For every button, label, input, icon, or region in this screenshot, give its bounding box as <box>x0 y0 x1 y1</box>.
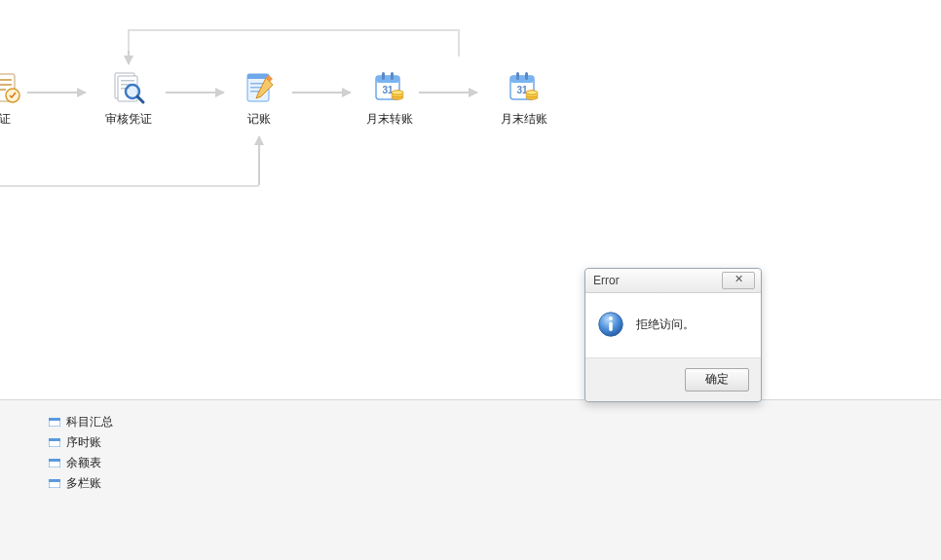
svg-rect-2 <box>0 84 12 86</box>
flow-arrow-into-audit <box>128 51 130 64</box>
dialog-title-text: Error <box>593 274 620 287</box>
svg-point-25 <box>392 91 403 94</box>
svg-rect-7 <box>121 80 134 82</box>
workflow-node-booking[interactable]: 记账 <box>220 68 298 128</box>
close-icon: ✕ <box>734 273 743 284</box>
workflow-node-label: 审核凭证 <box>90 111 168 128</box>
svg-rect-28 <box>516 72 519 80</box>
svg-line-12 <box>137 96 143 102</box>
link-label: 多栏账 <box>66 475 101 492</box>
svg-rect-20 <box>382 72 385 80</box>
calendar-coins-icon: 31 <box>505 68 544 107</box>
svg-rect-1 <box>0 79 12 81</box>
svg-point-33 <box>526 91 538 94</box>
svg-rect-29 <box>525 72 528 80</box>
notepad-icon <box>240 68 279 107</box>
svg-rect-44 <box>609 321 613 331</box>
svg-rect-19 <box>376 76 399 83</box>
dialog-close-button[interactable]: ✕ <box>722 272 755 289</box>
error-dialog: Error ✕ 拒绝访问。 确定 <box>584 268 762 402</box>
doc-icon <box>49 479 60 488</box>
workflow-node-label: 月末转账 <box>351 111 429 128</box>
document-icon <box>0 68 24 107</box>
flow-connector-bottom <box>0 185 259 187</box>
audit-icon <box>109 68 148 107</box>
dialog-message: 拒绝访问。 <box>636 317 695 333</box>
doc-icon <box>49 459 60 467</box>
flow-arrow-into-booking <box>258 136 260 185</box>
report-links: 科目汇总 序时账 余额表 多栏账 <box>49 414 113 496</box>
link-label: 余额表 <box>66 455 101 471</box>
workflow-node-label: 记账 <box>220 111 298 128</box>
flow-connector-top <box>128 29 458 31</box>
svg-rect-21 <box>391 72 394 80</box>
svg-rect-39 <box>49 459 60 462</box>
doc-icon <box>49 438 60 447</box>
link-balance[interactable]: 余额表 <box>49 455 113 471</box>
svg-rect-27 <box>510 76 534 83</box>
workflow-node-transfer[interactable]: 31 月末转账 <box>351 68 429 128</box>
svg-rect-37 <box>49 438 60 441</box>
svg-rect-3 <box>0 89 6 91</box>
dialog-ok-button[interactable]: 确定 <box>685 368 749 392</box>
flow-arrow-3 <box>292 92 351 93</box>
svg-point-43 <box>609 317 613 320</box>
link-subject-summary[interactable]: 科目汇总 <box>49 414 113 430</box>
workflow-node-label: 月末结账 <box>485 111 563 128</box>
workflow-node-voucher[interactable]: 证 <box>0 68 44 128</box>
section-separator <box>0 399 941 400</box>
dialog-titlebar[interactable]: Error ✕ <box>585 269 761 293</box>
doc-icon <box>49 418 60 427</box>
ok-label: 确定 <box>705 372 729 386</box>
link-label: 序时账 <box>66 434 101 451</box>
svg-rect-35 <box>49 418 60 421</box>
svg-rect-41 <box>49 479 60 482</box>
link-label: 科目汇总 <box>66 414 113 430</box>
calendar-coins-icon: 31 <box>370 68 409 107</box>
link-journal[interactable]: 序时账 <box>49 434 113 451</box>
workflow-node-audit[interactable]: 审核凭证 <box>90 68 168 128</box>
flow-connector-top-right <box>458 29 460 56</box>
workflow-node-close[interactable]: 31 月末结账 <box>485 68 563 128</box>
workflow-node-label: 证 <box>0 111 44 128</box>
info-icon <box>597 311 624 338</box>
link-multicolumn[interactable]: 多栏账 <box>49 475 113 492</box>
svg-point-11 <box>128 87 137 96</box>
flow-arrow-2 <box>166 92 224 93</box>
